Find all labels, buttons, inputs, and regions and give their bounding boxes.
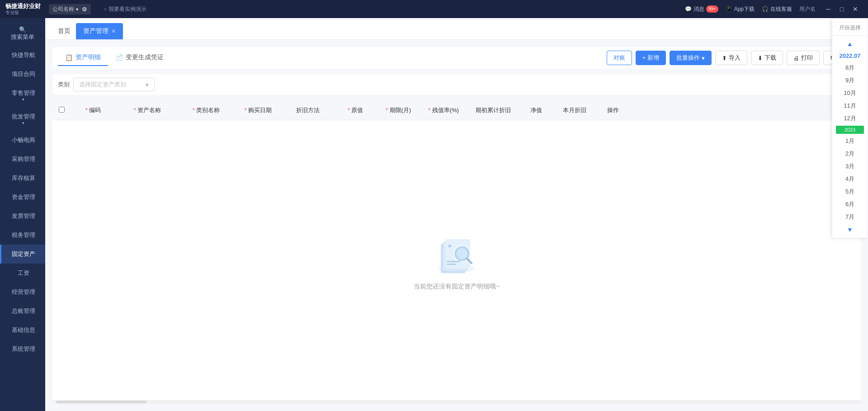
svg-rect-9 [447, 264, 457, 265]
maximize-button[interactable]: □ [836, 4, 847, 14]
empty-text: 当前您还没有固定资产明细哦~ [414, 283, 500, 291]
company-selector[interactable]: 公司名称 ▾ ⚙ [49, 4, 91, 14]
messages-button[interactable]: 💬 消息 99+ [685, 5, 718, 13]
print-button[interactable]: 🖨 打印 [787, 51, 820, 65]
sidebar-item-tax[interactable]: 税务管理 [0, 226, 45, 245]
month-item-5[interactable]: 5月 [832, 185, 868, 198]
month-nav-up-button[interactable]: ▲ [845, 39, 854, 48]
user-menu[interactable]: 用户名 [799, 5, 816, 13]
month-year-2023: 2023 [836, 126, 864, 134]
demo-link[interactable]: ○ 我要看实例演示 [104, 5, 146, 13]
th-code: 编码 [71, 103, 116, 118]
chevron-down-icon: ▾ [22, 121, 24, 125]
month-item-8[interactable]: 8月 [832, 61, 868, 74]
empty-illustration [429, 230, 484, 275]
th-monthly-dep: 本月折旧 [554, 103, 595, 118]
month-item-12[interactable]: 12月 [832, 112, 868, 125]
sidebar-item-salary[interactable]: 工资 [0, 264, 45, 283]
th-net-value: 净值 [518, 103, 554, 118]
search-icon: 🔍 [19, 26, 26, 33]
sidebar-item-retail[interactable]: 零售管理 ▾ [0, 84, 45, 107]
sidebar-item-quicknav[interactable]: 快捷导航 [0, 46, 45, 65]
month-item-3[interactable]: 3月 [832, 160, 868, 173]
sidebar-item-assets[interactable]: 固定资产 [0, 245, 45, 264]
scrollbar[interactable] [52, 400, 861, 404]
minimize-button[interactable]: ─ [823, 4, 834, 14]
download-button[interactable]: ⬇ 下载 [751, 51, 783, 65]
month-item-11[interactable]: 11月 [832, 99, 868, 112]
sidebar-item-wholesale[interactable]: 批发管理 ▾ [0, 107, 45, 131]
sidebar-item-purchase[interactable]: 采购管理 [0, 150, 45, 169]
month-nav-down-button[interactable]: ▼ [845, 225, 854, 234]
import-icon: ⬆ [722, 55, 727, 61]
month-item-selected[interactable]: 2022.07 [832, 50, 868, 61]
sub-tabs: 📋 资产明细 📄 变更生成凭证 [58, 50, 171, 66]
tab-bar: 首页 资产管理 ✕ [45, 18, 868, 40]
demo-icon: ○ [104, 6, 107, 12]
month-item-4[interactable]: 4月 [832, 173, 868, 185]
top-bar-right: 💬 消息 99+ 📱 App下载 🎧 在线客服 用户名 ─ □ ✕ [685, 4, 863, 14]
close-button[interactable]: ✕ [850, 4, 861, 14]
sidebar-item-ledger[interactable]: 总账管理 [0, 302, 45, 321]
th-category: 类别名称 [179, 103, 233, 118]
tab-close-icon[interactable]: ✕ [111, 28, 116, 34]
company-name: 公司名称 [52, 5, 74, 13]
scrollbar-thumb[interactable] [56, 401, 146, 403]
import-button[interactable]: ⬆ 导入 [715, 51, 747, 65]
sidebar-item-inventory[interactable]: 库存核算 [0, 169, 45, 188]
reconcile-button[interactable]: 对账 [607, 51, 632, 65]
content-area: 首页 资产管理 ✕ 📋 资产明细 📄 [45, 18, 868, 411]
sidebar: 🔍 搜索菜单 快捷导航 项目合同 零售管理 ▾ 批发管理 ▾ 小畅电商 采购管理… [0, 18, 45, 411]
sidebar-item-finance[interactable]: 资金管理 [0, 188, 45, 207]
empty-state: 当前您还没有固定资产明细哦~ [414, 212, 500, 309]
chevron-down-icon: ▾ [76, 7, 78, 12]
th-period: 期限(月) [378, 103, 419, 118]
sidebar-item-system[interactable]: 系统管理 [0, 340, 45, 359]
select-all-checkbox[interactable] [59, 107, 65, 113]
month-nav-up: ▲ [832, 39, 868, 48]
category-select[interactable]: 选择固定资产类别 ▾ [73, 78, 155, 91]
sidebar-item-project[interactable]: 项目合同 [0, 65, 45, 84]
month-item-10[interactable]: 10月 [832, 87, 868, 99]
month-item-9[interactable]: 9月 [832, 74, 868, 87]
online-service-button[interactable]: 🎧 在线客服 [762, 5, 792, 13]
app-download-button[interactable]: 📱 App下载 [726, 5, 755, 13]
month-panel: 月份选择 ▲ 2022.07 8月 9月 10月 11月 12月 2023 1月… [832, 18, 868, 238]
th-purchase-date: 购买日期 [233, 103, 283, 118]
sub-tab-voucher[interactable]: 📄 变更生成凭证 [108, 50, 171, 66]
month-item-7-2023[interactable]: 7月 [832, 211, 868, 223]
chevron-down-icon: ▾ [146, 81, 149, 88]
month-item-6[interactable]: 6月 [832, 198, 868, 211]
chevron-down-icon: ▾ [702, 55, 705, 61]
top-bar: 畅捷通好业财 专业版 公司名称 ▾ ⚙ ○ 我要看实例演示 💬 消息 99+ 📱… [0, 0, 868, 18]
detail-icon: 📋 [65, 54, 73, 61]
th-checkbox[interactable] [52, 103, 71, 118]
assets-table: 编码 资产名称 类别名称 购买日期 折旧方法 原值 期限(月) 残值率(%) 期… [52, 100, 861, 404]
add-button[interactable]: + 新增 [636, 51, 666, 65]
user-name: 用户名 [799, 5, 816, 13]
page-content: 📋 资产明细 📄 变更生成凭证 对账 + 新增 批量操作 ▾ [45, 40, 868, 411]
sub-tab-detail[interactable]: 📋 资产明细 [58, 50, 108, 66]
chevron-down-icon: ▾ [22, 97, 24, 102]
month-item-1[interactable]: 1月 [832, 135, 868, 147]
download-icon: ⬇ [758, 55, 763, 61]
window-controls: ─ □ ✕ [823, 4, 863, 14]
tab-home[interactable]: 首页 [52, 23, 76, 39]
top-bar-left: 畅捷通好业财 专业版 公司名称 ▾ ⚙ ○ 我要看实例演示 [5, 3, 685, 15]
month-nav-down: ▼ [832, 225, 868, 234]
batch-button[interactable]: 批量操作 ▾ [670, 51, 712, 65]
sidebar-item-search[interactable]: 🔍 搜索菜单 [0, 22, 45, 46]
month-panel-title: 月份选择 [832, 22, 868, 36]
month-item-2[interactable]: 2月 [832, 147, 868, 160]
sidebar-label-search: 搜索菜单 [4, 33, 42, 41]
sidebar-item-ecommerce[interactable]: 小畅电商 [0, 131, 45, 150]
settings-icon[interactable]: ⚙ [82, 6, 87, 13]
svg-point-7 [448, 245, 451, 247]
th-accumulated: 期初累计折旧 [468, 103, 518, 118]
tab-assets[interactable]: 资产管理 ✕ [76, 23, 123, 39]
message-icon: 💬 [685, 6, 692, 12]
sidebar-item-invoice[interactable]: 发票管理 [0, 207, 45, 226]
sidebar-item-operations[interactable]: 经营管理 [0, 283, 45, 302]
sidebar-item-basic[interactable]: 基础信息 [0, 321, 45, 340]
messages-badge: 99+ [706, 5, 718, 13]
